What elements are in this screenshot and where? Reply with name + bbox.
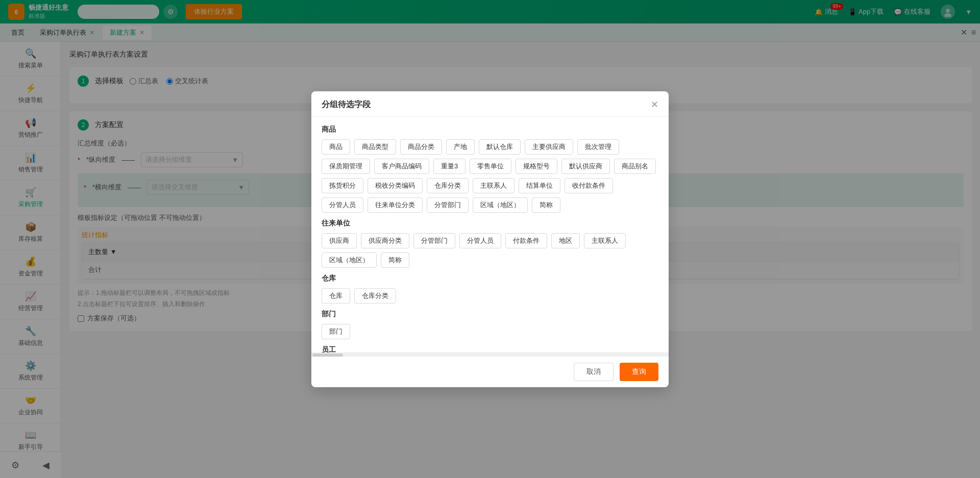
section-title-warehouse: 仓库 xyxy=(322,274,658,283)
field-tag[interactable]: 地区 xyxy=(551,233,580,248)
field-tag[interactable]: 部门 xyxy=(322,324,350,339)
field-tags-partner: 供应商 供应商分类 分管部门 分管人员 付款条件 地区 主联系人 区域（地区） … xyxy=(322,233,658,268)
confirm-button[interactable]: 查询 xyxy=(620,363,658,381)
field-tags-warehouse: 仓库 仓库分类 xyxy=(322,288,658,304)
field-tag[interactable]: 税收分类编码 xyxy=(368,178,423,193)
section-title-goods: 商品 xyxy=(322,125,658,134)
field-tag[interactable]: 商品分类 xyxy=(400,139,442,155)
field-tag[interactable]: 仓库 xyxy=(322,288,350,304)
field-tag[interactable]: 拣货积分 xyxy=(322,178,363,193)
field-tag[interactable]: 简称 xyxy=(532,197,560,213)
field-tag[interactable]: 往来单位分类 xyxy=(368,197,423,213)
hscroll-thumb xyxy=(312,354,343,357)
section-title-staff: 员工 xyxy=(322,345,658,353)
field-tag[interactable]: 分管部门 xyxy=(427,197,469,213)
field-tag[interactable]: 主联系人 xyxy=(473,178,514,193)
field-tag[interactable]: 客户商品编码 xyxy=(374,159,429,174)
modal-title: 分组待选字段 xyxy=(322,99,371,110)
cancel-button[interactable]: 取消 xyxy=(574,363,614,381)
field-tag[interactable]: 主联系人 xyxy=(584,233,626,248)
field-tag[interactable]: 简称 xyxy=(381,253,409,268)
field-tag[interactable]: 产地 xyxy=(446,139,475,155)
field-tag[interactable]: 规格型号 xyxy=(516,159,557,174)
field-tag[interactable]: 商品别名 xyxy=(614,159,656,174)
field-tags-department: 部门 xyxy=(322,324,658,339)
modal-body: 商品 商品 商品类型 商品分类 产地 默认仓库 主要供应商 批次管理 保质期管理… xyxy=(311,117,669,353)
field-tag[interactable]: 区域（地区） xyxy=(322,253,377,268)
field-tag[interactable]: 分管人员 xyxy=(459,233,501,248)
field-tag[interactable]: 分管人员 xyxy=(322,197,363,213)
field-tag[interactable]: 区域（地区） xyxy=(473,197,528,213)
modal-hscroll[interactable] xyxy=(311,353,669,356)
field-selection-modal: 分组待选字段 ✕ 商品 商品 商品类型 商品分类 产地 默认仓库 主要供应商 批… xyxy=(311,91,669,387)
field-tag[interactable]: 商品类型 xyxy=(354,139,396,155)
field-tag[interactable]: 保质期管理 xyxy=(322,159,370,174)
modal-overlay: 分组待选字段 ✕ 商品 商品 商品类型 商品分类 产地 默认仓库 主要供应商 批… xyxy=(0,0,980,478)
field-tag[interactable]: 供应商 xyxy=(322,233,357,248)
field-tag[interactable]: 零售单位 xyxy=(470,159,511,174)
field-tag[interactable]: 批次管理 xyxy=(577,139,619,155)
field-tag[interactable]: 仓库分类 xyxy=(427,178,469,193)
field-tags-goods: 商品 商品类型 商品分类 产地 默认仓库 主要供应商 批次管理 保质期管理 客户… xyxy=(322,139,658,213)
field-tag[interactable]: 重量3 xyxy=(433,159,465,174)
field-tag[interactable]: 默认供应商 xyxy=(561,159,610,174)
modal-header: 分组待选字段 ✕ xyxy=(311,91,669,117)
field-tag[interactable]: 主要供应商 xyxy=(525,139,573,155)
field-tag[interactable]: 默认仓库 xyxy=(479,139,521,155)
field-tag[interactable]: 供应商分类 xyxy=(361,233,409,248)
modal-footer: 取消 查询 xyxy=(311,356,669,387)
section-title-partner: 往来单位 xyxy=(322,219,658,228)
modal-close-button[interactable]: ✕ xyxy=(651,100,658,109)
field-tag[interactable]: 商品 xyxy=(322,139,350,155)
section-title-department: 部门 xyxy=(322,310,658,319)
field-tag[interactable]: 结算单位 xyxy=(519,178,560,193)
field-tag[interactable]: 付款条件 xyxy=(505,233,547,248)
field-tag[interactable]: 收付款条件 xyxy=(565,178,613,193)
field-tag[interactable]: 分管部门 xyxy=(413,233,455,248)
field-tag[interactable]: 仓库分类 xyxy=(354,288,396,304)
